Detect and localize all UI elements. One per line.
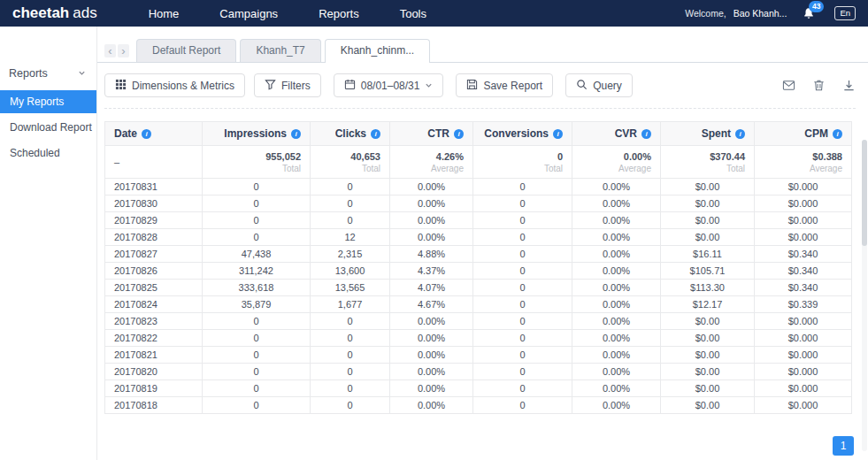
- info-icon[interactable]: [371, 129, 380, 139]
- table-row: 20170822000.00%00.00%$0.00$0.000: [105, 330, 852, 347]
- column-header-ctr[interactable]: CTR: [390, 122, 473, 146]
- value-cell: $0.340: [755, 280, 852, 296]
- value-cell: 0.00%: [390, 179, 473, 196]
- info-icon[interactable]: [142, 129, 151, 139]
- save-report-button[interactable]: Save Report: [456, 73, 553, 97]
- grid-icon: [115, 79, 127, 93]
- nav-item-reports[interactable]: Reports: [319, 7, 359, 20]
- info-icon[interactable]: [833, 129, 842, 139]
- query-button[interactable]: Query: [565, 73, 633, 97]
- value-cell: 0.00%: [390, 397, 473, 414]
- dimensions-metrics-button[interactable]: Dimensions & Metrics: [104, 73, 245, 97]
- tab-khanh-chinm[interactable]: Khanh_chinm...: [325, 39, 430, 62]
- total-sublabel: Total: [211, 164, 301, 173]
- column-header-clicks[interactable]: Clicks: [311, 122, 390, 146]
- date-cell: 20170819: [105, 380, 203, 397]
- tab-khanh-t7[interactable]: Khanh_T7: [240, 39, 320, 62]
- total-sublabel: Average: [399, 164, 464, 173]
- username-menu[interactable]: Bao Khanh...: [734, 8, 787, 19]
- column-label: Clicks: [335, 127, 366, 140]
- date-range-picker[interactable]: 08/01–08/31: [334, 73, 444, 97]
- value-cell: $0.00: [661, 397, 755, 414]
- value-cell: 0.00%: [390, 212, 473, 229]
- download-icon[interactable]: [842, 79, 856, 92]
- value-cell: 0.00%: [390, 347, 473, 364]
- value-cell: 12: [311, 229, 390, 246]
- column-label: Impressions: [224, 127, 287, 140]
- value-cell: $0.340: [755, 263, 852, 280]
- sidebar-item-scheduled[interactable]: Scheduled: [0, 142, 96, 165]
- value-cell: $0.000: [755, 196, 852, 212]
- column-header-date[interactable]: Date: [105, 122, 203, 146]
- total-sublabel: Total: [670, 164, 745, 173]
- value-cell: $0.00: [661, 212, 755, 229]
- total-value: 40,653: [319, 151, 380, 162]
- date-cell: 20170827: [105, 246, 203, 263]
- column-label: CPM: [804, 127, 828, 140]
- column-header-cvr[interactable]: CVR: [572, 122, 661, 146]
- value-cell: 0.00%: [572, 397, 661, 414]
- total-value: $370.44: [670, 151, 745, 162]
- date-cell: 20170829: [105, 212, 203, 229]
- nav-item-home[interactable]: Home: [149, 7, 180, 20]
- value-cell: 0: [311, 179, 390, 196]
- info-icon[interactable]: [553, 129, 563, 139]
- value-cell: 4.67%: [390, 296, 473, 313]
- nav-item-campaigns[interactable]: Campaigns: [219, 7, 278, 20]
- report-toolbar: Dimensions & Metrics Filters 08/01–08/31: [97, 63, 868, 108]
- trash-icon[interactable]: [812, 79, 826, 92]
- value-cell: 0: [473, 364, 572, 380]
- value-cell: 0: [473, 347, 572, 364]
- value-cell: 0.00%: [572, 280, 661, 296]
- welcome-label: Welcome,: [685, 8, 726, 19]
- date-cell: 20170831: [105, 179, 203, 196]
- value-cell: 0.00%: [572, 347, 661, 364]
- calendar-icon: [344, 79, 356, 93]
- value-cell: 0: [311, 364, 390, 380]
- page-1-button[interactable]: 1: [833, 436, 854, 456]
- vertical-scrollbar[interactable]: [862, 140, 867, 451]
- info-icon[interactable]: [735, 129, 745, 139]
- column-header-conversions[interactable]: Conversions: [473, 122, 572, 146]
- dimensions-metrics-label: Dimensions & Metrics: [132, 80, 234, 92]
- value-cell: 0.00%: [572, 229, 661, 246]
- column-header-impressions[interactable]: Impressions: [203, 122, 311, 146]
- value-cell: 0.00%: [390, 330, 473, 347]
- language-selector[interactable]: En: [834, 6, 856, 20]
- tab-scroll-left-icon[interactable]: [104, 44, 116, 58]
- info-icon[interactable]: [454, 129, 464, 139]
- value-cell: 13,600: [311, 263, 390, 280]
- notification-badge: 43: [809, 1, 824, 12]
- filters-button[interactable]: Filters: [254, 73, 321, 97]
- notifications-button[interactable]: 43: [803, 7, 815, 19]
- table-row: 20170823000.00%00.00%$0.00$0.000: [105, 313, 852, 330]
- column-header-cpm[interactable]: CPM: [755, 122, 852, 146]
- info-icon[interactable]: [641, 129, 651, 139]
- value-cell: $0.000: [755, 364, 852, 380]
- table-row: 20170820000.00%00.00%$0.00$0.000: [105, 364, 852, 380]
- tab-scroll-right-icon[interactable]: [118, 44, 129, 58]
- value-cell: 0: [203, 179, 311, 196]
- pagination: 1: [833, 436, 854, 456]
- table-row: 20170825333,61813,5654.07%00.00%$113.30$…: [105, 280, 852, 296]
- total-cell: 4.26%Average: [390, 146, 473, 179]
- info-icon[interactable]: [291, 129, 301, 139]
- sidebar-item-my-reports[interactable]: My Reports: [0, 90, 96, 113]
- total-value: 0: [482, 151, 563, 162]
- date-cell: 20170821: [105, 347, 203, 364]
- sidebar-item-download-report[interactable]: Download Report: [0, 116, 96, 139]
- total-cell: 40,653Total: [311, 146, 390, 179]
- nav-item-tools[interactable]: Tools: [400, 7, 426, 20]
- date-cell: 20170823: [105, 313, 203, 330]
- value-cell: 333,618: [203, 280, 311, 296]
- mail-icon[interactable]: [782, 79, 795, 92]
- tab-default-report[interactable]: Default Report: [136, 39, 236, 62]
- value-cell: 0.00%: [572, 330, 661, 347]
- date-cell: 20170818: [105, 397, 203, 414]
- app-logo[interactable]: cheetahads: [12, 4, 97, 22]
- column-label: CTR: [427, 127, 449, 140]
- column-header-spent[interactable]: Spent: [661, 122, 755, 146]
- sidebar-section-reports[interactable]: Reports: [0, 64, 96, 90]
- scrollbar-thumb[interactable]: [862, 140, 867, 246]
- table-row: 20170830000.00%00.00%$0.00$0.000: [105, 196, 852, 212]
